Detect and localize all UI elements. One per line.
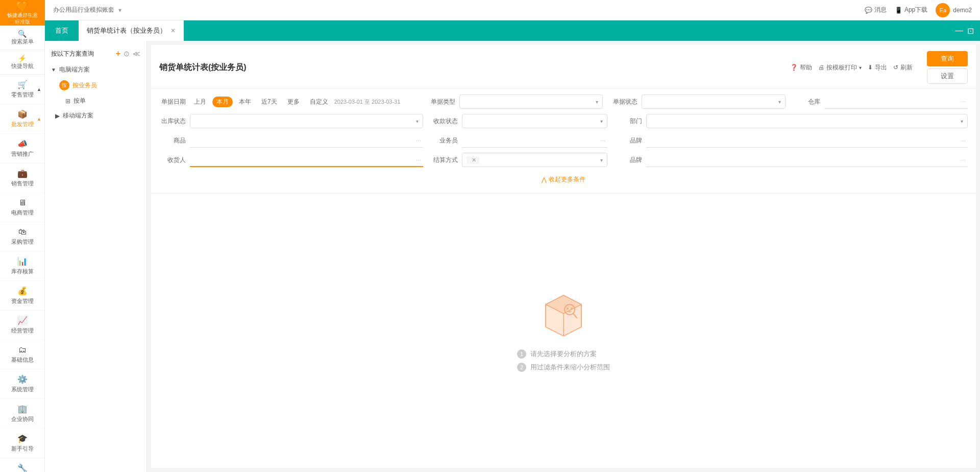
sidebar-item-purchase[interactable]: 🛍 采购管理 bbox=[0, 222, 44, 251]
payment-status-arrow: ▾ bbox=[600, 119, 603, 124]
refresh-btn[interactable]: ↺ 刷新 bbox=[893, 63, 913, 72]
filter-goods-input[interactable]: ··· bbox=[190, 133, 423, 148]
sidebar-item-operations-label: 经营管理 bbox=[11, 327, 34, 335]
desktop-scheme-group: ▼ 电脑端方案 按 按业务员 ⊞ 按单 bbox=[45, 62, 146, 108]
warehouse-dots[interactable]: ··· bbox=[960, 98, 966, 105]
left-panel-title: 按以下方案查询 bbox=[51, 50, 94, 58]
filter-order-status-select[interactable]: ▾ bbox=[642, 95, 785, 109]
help-btn[interactable]: ❓ 帮助 bbox=[790, 63, 812, 72]
empty-state: 1 请先选择要分析的方案 2 用过滤条件来缩小分析范围 bbox=[151, 194, 976, 468]
print-dropdown-icon: ▾ bbox=[859, 65, 862, 70]
sidebar-item-wholesale[interactable]: 📦 批发管理 ▲ bbox=[0, 104, 44, 134]
user-btn[interactable]: Ea demo2 bbox=[936, 3, 972, 17]
filter-order-status: 单据状态 ▾ bbox=[611, 95, 785, 109]
sidebar-item-ecommerce[interactable]: 🖥 电商管理 bbox=[0, 193, 44, 222]
sidebar-item-operations[interactable]: 📈 经营管理 bbox=[0, 311, 44, 340]
sidebar-item-basic[interactable]: 🗂 基础信息 bbox=[0, 340, 44, 369]
tab-maximize-btn[interactable]: ⊡ bbox=[967, 26, 974, 36]
sidebar-item-finance-label: 资金管理 bbox=[11, 297, 34, 305]
filter-order-type-select[interactable]: ▾ bbox=[459, 95, 603, 109]
sidebar-item-sales[interactable]: 💼 销售管理 bbox=[0, 163, 44, 193]
workspace-title: 办公用品行业模拟账套 bbox=[53, 6, 114, 14]
filter-salesman-input[interactable]: ··· bbox=[462, 133, 607, 148]
desktop-scheme-header[interactable]: ▼ 电脑端方案 bbox=[45, 62, 146, 77]
settings-button[interactable]: 设置 bbox=[927, 68, 968, 84]
edit-scheme-btn[interactable]: ⊙ bbox=[124, 50, 130, 58]
message-btn[interactable]: 💬 消息 bbox=[865, 6, 887, 14]
date-btn-custom[interactable]: 自定义 bbox=[306, 97, 332, 107]
sidebar-item-system[interactable]: ⚙️ 系统管理 bbox=[0, 369, 44, 399]
filter-settlement-label: 结算方式 bbox=[431, 156, 458, 164]
filter-settlement-select[interactable]: ✕ ▾ bbox=[462, 153, 607, 167]
scheme-by-order[interactable]: ⊞ 按单 bbox=[45, 93, 146, 108]
date-btn-this-month[interactable]: 本月 bbox=[212, 97, 233, 107]
date-btn-last-7-days[interactable]: 近7天 bbox=[257, 97, 281, 107]
sidebar-item-marketing[interactable]: 📣 营销推广 bbox=[0, 134, 44, 163]
recipient-dots[interactable]: ··· bbox=[415, 156, 421, 163]
ecommerce-icon: 🖥 bbox=[18, 198, 27, 207]
brand2-dots[interactable]: ··· bbox=[960, 156, 966, 163]
filter-date-label: 单据日期 bbox=[159, 98, 186, 106]
filter-ship-status-select[interactable]: ▾ bbox=[190, 114, 423, 128]
sidebar-item-inventory[interactable]: 📊 库存核算 bbox=[0, 251, 44, 281]
sidebar-item-enterprise[interactable]: 🏢 企业协同 bbox=[0, 399, 44, 429]
search-icon: 🔍 bbox=[18, 30, 27, 38]
export-btn[interactable]: ⬇ 导出 bbox=[868, 63, 887, 72]
tab-minimize-btn[interactable]: — bbox=[955, 26, 963, 35]
query-button[interactable]: 查询 bbox=[927, 51, 968, 66]
print-btn[interactable]: 🖨 按模板打印 ▾ bbox=[818, 63, 862, 72]
sidebar-item-enterprise-label: 企业协同 bbox=[11, 415, 34, 423]
add-scheme-btn[interactable]: + bbox=[116, 49, 120, 58]
sidebar-item-system-label: 系统管理 bbox=[11, 386, 34, 393]
enterprise-icon: 🏢 bbox=[17, 404, 28, 414]
left-panel-header: 按以下方案查询 + ⊙ ≪ bbox=[45, 45, 146, 62]
filter-order-status-label: 单据状态 bbox=[611, 98, 638, 106]
filter-salesman: 业务员 ··· bbox=[431, 133, 607, 148]
filter-recipient-input[interactable]: ··· bbox=[190, 153, 423, 167]
sidebar-item-apps[interactable]: 🔧 应用中心 bbox=[0, 458, 44, 472]
app-download-btn[interactable]: 📱 App下载 bbox=[895, 6, 927, 14]
scheme-by-salesman-label: 按业务员 bbox=[72, 81, 97, 90]
filter-brand2-input[interactable]: ··· bbox=[646, 153, 968, 167]
sidebar-item-newbie[interactable]: 🎓 新手引导 bbox=[0, 429, 44, 458]
sidebar-quicknav-item[interactable]: ⚡ 快捷导航 bbox=[0, 50, 44, 75]
filter-goods-label: 商品 bbox=[159, 136, 186, 145]
svg-point-7 bbox=[567, 308, 569, 310]
sidebar-item-finance[interactable]: 💰 资金管理 bbox=[0, 281, 44, 311]
filter-brand: 品牌 ··· bbox=[616, 133, 968, 148]
filter-ship-status: 出库状态 ▾ bbox=[159, 114, 423, 128]
collapse-panel-btn[interactable]: ≪ bbox=[133, 50, 140, 58]
right-panel: 销货单统计表(按业务员) ❓ 帮助 🖨 按模板打印 ▾ ⬇ 导出 bbox=[151, 45, 976, 468]
filter-goods: 商品 ··· bbox=[159, 133, 423, 148]
filter-dept-select[interactable]: ▾ bbox=[646, 114, 968, 128]
wholesale-expand-arrow: ▲ bbox=[37, 116, 41, 122]
sidebar-quicknav-label: 快捷导航 bbox=[11, 62, 34, 70]
sidebar-logo[interactable]: 🧡 畅捷通好生意 标准版 bbox=[0, 0, 45, 26]
filter-date: 单据日期 上月 本月 本年 近7天 更多 自定义 2023-03-01 至 20… bbox=[159, 97, 421, 107]
hint-2-text: 用过滤条件来缩小分析范围 bbox=[530, 363, 610, 372]
mobile-scheme-header[interactable]: ▶ 移动端方案 bbox=[45, 108, 146, 123]
date-btn-last-month[interactable]: 上月 bbox=[190, 97, 210, 107]
brand-dots[interactable]: ··· bbox=[960, 136, 966, 144]
date-btn-this-year[interactable]: 本年 bbox=[235, 97, 255, 107]
tab-home[interactable]: 首页 bbox=[45, 20, 79, 41]
empty-hints: 1 请先选择要分析的方案 2 用过滤条件来缩小分析范围 bbox=[517, 349, 610, 372]
settlement-tag-remove[interactable]: ✕ bbox=[472, 157, 476, 163]
filter-warehouse-input[interactable]: ··· bbox=[824, 95, 968, 109]
filter-brand-input[interactable]: ··· bbox=[646, 133, 968, 148]
scheme-by-salesman[interactable]: 按 按业务员 bbox=[45, 77, 146, 93]
mobile-scheme-arrow: ▶ bbox=[55, 112, 60, 120]
filter-brand2: 品牌 ··· bbox=[616, 153, 968, 167]
sidebar-item-retail[interactable]: 🛒 零售管理 ▲ bbox=[0, 75, 44, 104]
workspace-dropdown-icon[interactable]: ▾ bbox=[118, 7, 121, 14]
sidebar-search-item[interactable]: 🔍 搜索菜单 bbox=[0, 26, 44, 50]
date-btn-more[interactable]: 更多 bbox=[283, 97, 304, 107]
salesman-dots[interactable]: ··· bbox=[600, 136, 605, 144]
filter-row-4: 收货人 ··· 结算方式 ✕ ▾ bbox=[159, 153, 968, 167]
filter-payment-status-select[interactable]: ▾ bbox=[462, 114, 607, 128]
collapse-btn[interactable]: ⋀ 收起更多条件 bbox=[159, 172, 968, 187]
goods-dots[interactable]: ··· bbox=[415, 136, 421, 144]
tab-close-btn[interactable]: ✕ bbox=[170, 27, 176, 34]
sales-icon: 💼 bbox=[17, 169, 28, 178]
tab-sales-stat[interactable]: 销货单统计表（按业务员） ✕ bbox=[79, 20, 184, 41]
